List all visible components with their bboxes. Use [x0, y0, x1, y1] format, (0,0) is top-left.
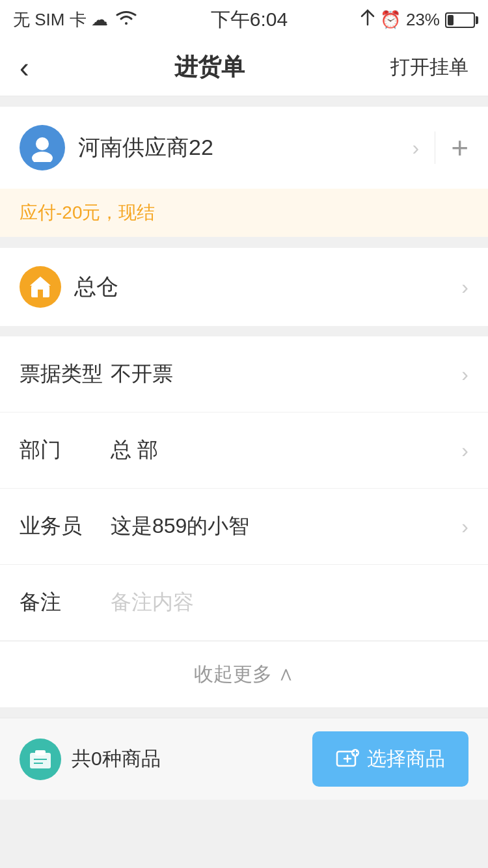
battery-text: 23% [406, 10, 440, 30]
bottom-bar: 共0种商品 选择商品 [0, 718, 488, 800]
supplier-card: 河南供应商22 › + 应付-20元，现结 [0, 107, 488, 237]
salesman-row[interactable]: 业务员 这是859的小智 › [0, 489, 488, 565]
supplier-row[interactable]: 河南供应商22 › + [0, 107, 488, 189]
remarks-row[interactable]: 备注 备注内容 [0, 565, 488, 641]
products-info: 共0种商品 [20, 739, 161, 780]
department-label: 部门 [20, 436, 104, 465]
collapse-button[interactable]: 收起更多 ∧ [0, 641, 488, 707]
salesman-value: 这是859的小智 [111, 512, 461, 541]
chevron-right-icon: › [412, 136, 419, 160]
warehouse-icon [20, 266, 61, 308]
page-title: 进货单 [174, 51, 245, 83]
separator-1 [0, 96, 488, 107]
nav-bar: ‹ 进货单 打开挂单 [0, 39, 488, 96]
warehouse-name: 总仓 [74, 272, 461, 302]
form-section: 票据类型 不开票 › 部门 总 部 › 业务员 这是859的小智 › 备注 备注… [0, 336, 488, 707]
status-bar-left: 无 SIM 卡 ☁ [13, 8, 138, 31]
svg-marker-4 [30, 277, 51, 286]
battery-icon [445, 10, 475, 30]
salesman-chevron-icon: › [461, 515, 468, 539]
add-supplier-button[interactable]: + [451, 133, 468, 163]
products-count: 共0种商品 [72, 746, 161, 772]
department-chevron-icon: › [461, 439, 468, 463]
warehouse-card: 总仓 › [0, 247, 488, 326]
status-bar: 无 SIM 卡 ☁ 下午6:04 ⏰ 23% [0, 0, 488, 39]
divider-vertical [435, 131, 435, 164]
back-button[interactable]: ‹ [20, 51, 29, 84]
status-bar-right: ⏰ 23% [360, 9, 475, 31]
remarks-input[interactable]: 备注内容 [111, 588, 468, 617]
notice-text: 应付-20元，现结 [20, 202, 155, 223]
sim-status: 无 SIM 卡 ☁ [13, 8, 108, 31]
warehouse-chevron-icon: › [461, 275, 468, 299]
open-pending-button[interactable]: 打开挂单 [390, 54, 468, 81]
invoice-type-row[interactable]: 票据类型 不开票 › [0, 336, 488, 413]
location-icon [360, 9, 375, 31]
invoice-type-label: 票据类型 [20, 360, 104, 388]
select-product-label: 选择商品 [367, 746, 445, 772]
notice-bar: 应付-20元，现结 [0, 189, 488, 237]
warehouse-row[interactable]: 总仓 › [0, 247, 488, 326]
invoice-type-chevron-icon: › [461, 362, 468, 387]
svg-point-2 [32, 152, 53, 162]
supplier-name: 河南供应商22 [78, 133, 412, 163]
alarm-icon: ⏰ [380, 10, 401, 30]
department-row[interactable]: 部门 总 部 › [0, 413, 488, 489]
remarks-label: 备注 [20, 588, 104, 617]
page: 无 SIM 卡 ☁ 下午6:04 ⏰ 23% ‹ 进货单 打开挂单 [0, 0, 488, 868]
products-icon [20, 739, 61, 780]
svg-rect-7 [35, 750, 46, 755]
collapse-label: 收起更多 ∧ [194, 661, 293, 688]
select-product-button[interactable]: 选择商品 [312, 731, 468, 787]
wifi-icon [115, 9, 138, 31]
supplier-avatar [20, 125, 65, 170]
status-bar-time: 下午6:04 [211, 7, 288, 33]
supplier-right: › + [412, 131, 468, 164]
invoice-type-value: 不开票 [111, 360, 461, 388]
salesman-label: 业务员 [20, 512, 104, 541]
svg-point-1 [36, 137, 49, 150]
department-value: 总 部 [111, 436, 461, 465]
svg-rect-5 [38, 290, 43, 297]
